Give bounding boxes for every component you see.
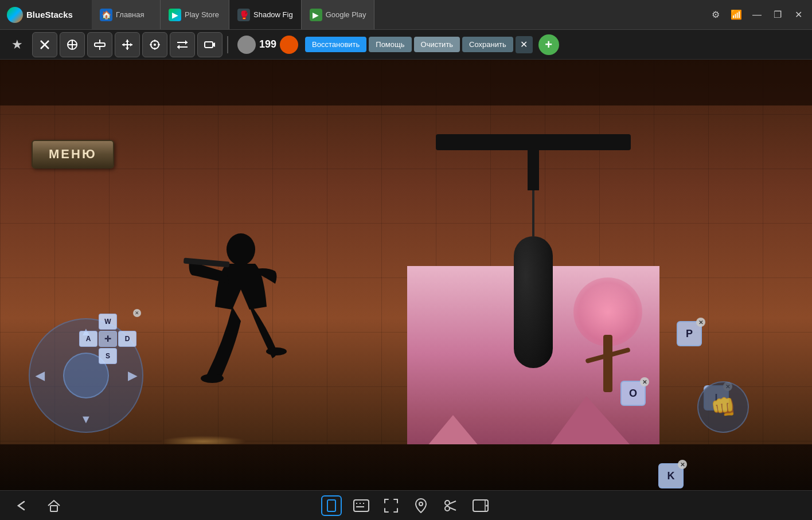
svg-point-29: [266, 347, 287, 355]
punching-bag: [514, 236, 553, 368]
shadow-tab-label: Shadow Fig: [253, 10, 293, 19]
help-button[interactable]: Помощь: [369, 37, 411, 52]
bag-holder: [407, 134, 659, 272]
minimize-button[interactable]: —: [748, 6, 766, 24]
key-a-button[interactable]: A: [79, 331, 97, 347]
key-spacer-3: [79, 348, 97, 364]
key-spacer-1: [79, 314, 97, 330]
playstore-tab-icon: ▶: [169, 9, 181, 21]
add-button[interactable]: +: [538, 34, 559, 55]
tab-home[interactable]: 🏠 Главная: [92, 0, 161, 29]
character-silhouette: [184, 226, 298, 444]
punch-button[interactable]: 👊: [697, 381, 749, 433]
googleplay-tab-label: Google Play: [326, 10, 366, 19]
svg-rect-31: [327, 500, 335, 511]
punch-icon: 👊: [710, 395, 736, 419]
svg-rect-24: [205, 42, 213, 48]
key-o-close-button[interactable]: ✕: [640, 377, 649, 386]
tab-googleplay[interactable]: ▶ Google Play: [302, 0, 375, 29]
move-tool-button[interactable]: [115, 32, 140, 57]
close-button[interactable]: ✕: [789, 6, 807, 24]
score-circle-left: [237, 36, 256, 54]
ground: [0, 444, 812, 490]
key-k-close-button[interactable]: ✕: [678, 460, 687, 469]
tab-playstore[interactable]: ▶ Play Store: [161, 0, 229, 29]
toolbar-actions: Восстановить Помощь Очистить Сохранить ✕…: [305, 34, 559, 55]
svg-rect-5: [95, 43, 105, 46]
record-tool-button[interactable]: [197, 32, 222, 57]
key-w-button[interactable]: W: [99, 314, 117, 330]
back-button[interactable]: [11, 495, 32, 516]
svg-marker-13: [130, 43, 132, 46]
svg-marker-11: [126, 48, 129, 50]
googleplay-tab-icon: ▶: [310, 9, 322, 21]
game-area: МЕНЮ ◀ ▶ ▲: [0, 60, 812, 490]
dpad-arrow-left: ◀: [36, 369, 44, 382]
bluestacks-logo: BlueStacks: [0, 7, 92, 23]
swap-tool-button[interactable]: [170, 32, 195, 57]
bottom-center-controls: [321, 495, 491, 516]
home-tab-icon: 🏠: [100, 9, 112, 21]
score-value: 199: [259, 38, 276, 50]
svg-point-39: [445, 506, 450, 511]
scissors-tool-button[interactable]: [32, 32, 57, 57]
bluestacks-name: BlueStacks: [26, 10, 73, 19]
key-spacer-4: [118, 348, 136, 364]
tablet-button[interactable]: [470, 495, 491, 516]
dark-top-area: [0, 60, 812, 105]
key-d-button[interactable]: D: [118, 331, 136, 347]
title-bar: BlueStacks 🏠 Главная ▶ Play Store 🥊 Shad…: [0, 0, 812, 30]
wasd-close-button[interactable]: ✕: [133, 309, 141, 317]
holder-bar: [436, 134, 631, 150]
fullscreen-button[interactable]: [381, 495, 401, 516]
close-x-button[interactable]: ✕: [516, 36, 533, 53]
save-button[interactable]: Сохранить: [462, 37, 513, 52]
home-tab-label: Главная: [116, 10, 144, 19]
home-button[interactable]: [44, 495, 64, 516]
score-display: 199: [237, 36, 298, 54]
svg-point-15: [154, 44, 156, 46]
star-button[interactable]: ★: [5, 32, 30, 57]
key-spacer-2: [118, 314, 136, 330]
holder-vertical: [528, 150, 539, 190]
maximize-button[interactable]: ❐: [768, 6, 787, 24]
wasd-key-overlay: ✕ W A ✛ D S: [79, 314, 136, 364]
tab-shadow[interactable]: 🥊 Shadow Fig: [229, 0, 302, 29]
settings-icon[interactable]: ⚙: [706, 6, 725, 24]
plus-tool-button[interactable]: [87, 32, 112, 57]
phone-screen-button[interactable]: [321, 495, 342, 516]
dpad-arrow-right: ▶: [128, 369, 136, 382]
svg-marker-10: [126, 40, 129, 42]
svg-rect-32: [354, 500, 369, 511]
bottom-left-controls: [11, 495, 321, 516]
window-controls: ⚙ 📶 — ❐ ✕: [706, 6, 812, 24]
score-circle-right: [280, 36, 298, 54]
network-icon[interactable]: 📶: [727, 6, 745, 24]
key-o-button[interactable]: O ✕: [620, 381, 646, 406]
toolbar-separator: [227, 36, 228, 53]
key-p-button[interactable]: P ✕: [677, 321, 702, 346]
key-center-button[interactable]: ✛: [99, 331, 117, 347]
svg-marker-23: [177, 45, 179, 49]
keyboard-button[interactable]: [351, 495, 372, 516]
menu-button[interactable]: МЕНЮ: [32, 140, 114, 169]
tree-trunk: [603, 335, 612, 392]
key-s-button[interactable]: S: [99, 348, 117, 364]
aim-tool-button[interactable]: [142, 32, 167, 57]
svg-point-37: [419, 502, 423, 506]
clear-button[interactable]: Очистить: [414, 37, 460, 52]
svg-point-26: [227, 233, 255, 265]
svg-marker-12: [122, 43, 124, 46]
scissors-bottom-button[interactable]: [440, 495, 461, 516]
key-k-button[interactable]: K ✕: [658, 463, 684, 488]
cursor-tool-button[interactable]: [60, 32, 85, 57]
svg-point-44: [486, 505, 487, 506]
holder-chain: [532, 190, 534, 236]
svg-marker-22: [185, 40, 188, 45]
restore-button[interactable]: Восстановить: [305, 37, 366, 52]
location-button[interactable]: [411, 495, 431, 516]
shadow-tab-icon: 🥊: [237, 9, 250, 21]
key-p-close-button[interactable]: ✕: [696, 318, 705, 327]
svg-point-38: [445, 501, 450, 505]
playstore-tab-label: Play Store: [185, 10, 219, 19]
